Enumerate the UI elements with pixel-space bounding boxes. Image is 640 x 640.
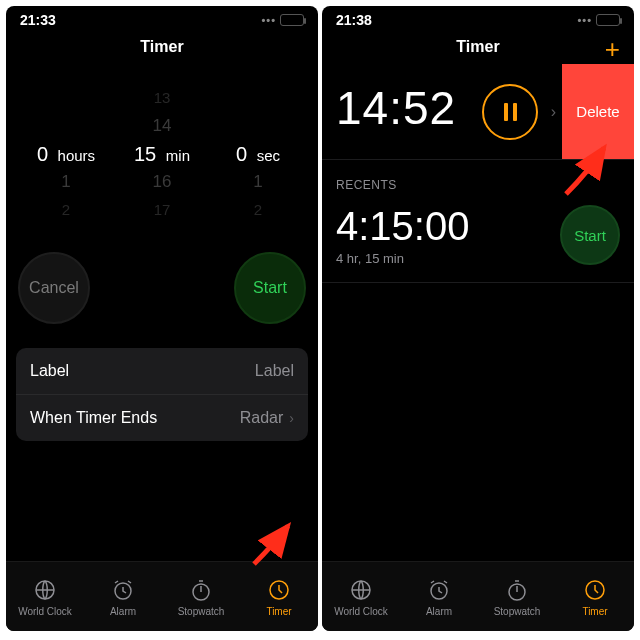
when-timer-ends-row[interactable]: When Timer Ends Radar › [16,394,308,441]
picker-seconds[interactable]: 0 sec 1 2 3 [210,84,306,224]
page-title: Timer [6,30,318,64]
start-button[interactable]: Start [560,205,620,265]
setting-label: Label [30,362,69,380]
status-time: 21:38 [336,12,372,28]
running-time: 14:52 [336,81,456,135]
tab-bar: World Clock Alarm Stopwatch Timer [6,561,318,631]
recent-desc: 4 hr, 15 min [336,251,469,266]
status-bar: 21:38 ••• [322,6,634,30]
add-timer-button[interactable]: + [605,36,620,62]
start-button[interactable]: Start [234,252,306,324]
timer-settings-list: Label Label When Timer Ends Radar › [16,348,308,441]
chevron-right-icon: › [289,410,294,426]
cancel-button[interactable]: Cancel [18,252,90,324]
time-picker[interactable]: 0 hours 1 2 3 12 13 14 15 min 16 17 18 [6,64,318,234]
timer-icon [582,577,608,603]
tab-timer[interactable]: Timer [240,562,318,631]
picker-minutes[interactable]: 12 13 14 15 min 16 17 18 [114,84,210,224]
tab-stopwatch[interactable]: Stopwatch [478,562,556,631]
tab-alarm[interactable]: Alarm [400,562,478,631]
globe-icon [32,577,58,603]
globe-icon [348,577,374,603]
page-title: Timer + [322,30,634,64]
alarm-icon [110,577,136,603]
pause-button[interactable] [482,84,538,140]
tab-timer[interactable]: Timer [556,562,634,631]
battery-icon [596,14,620,26]
chevron-right-icon: › [551,103,556,121]
timer-icon [266,577,292,603]
tab-world-clock[interactable]: World Clock [322,562,400,631]
alarm-icon [426,577,452,603]
delete-button[interactable]: Delete [562,64,634,159]
recent-time: 4:15:00 [336,204,469,249]
battery-icon [280,14,304,26]
label-row[interactable]: Label Label [16,348,308,394]
tab-bar: World Clock Alarm Stopwatch Timer [322,561,634,631]
running-timer-row[interactable]: 14:52 › Delete [322,64,634,160]
stopwatch-icon [504,577,530,603]
recents-heading: RECENTS [322,160,634,198]
stopwatch-icon [188,577,214,603]
screenshot-right: 21:38 ••• Timer + 14:52 › Delete RECENTS… [322,6,634,631]
tab-alarm[interactable]: Alarm [84,562,162,631]
tab-stopwatch[interactable]: Stopwatch [162,562,240,631]
signal-icon: ••• [577,14,592,26]
tab-world-clock[interactable]: World Clock [6,562,84,631]
recent-timer-row[interactable]: 4:15:00 4 hr, 15 min Start [322,198,634,283]
setting-label: When Timer Ends [30,409,157,427]
status-bar: 21:33 ••• [6,6,318,30]
signal-icon: ••• [261,14,276,26]
screenshot-left: 21:33 ••• Timer 0 hours 1 2 3 12 1 [6,6,318,631]
picker-hours[interactable]: 0 hours 1 2 3 [18,84,114,224]
status-time: 21:33 [20,12,56,28]
pause-icon [504,103,517,121]
